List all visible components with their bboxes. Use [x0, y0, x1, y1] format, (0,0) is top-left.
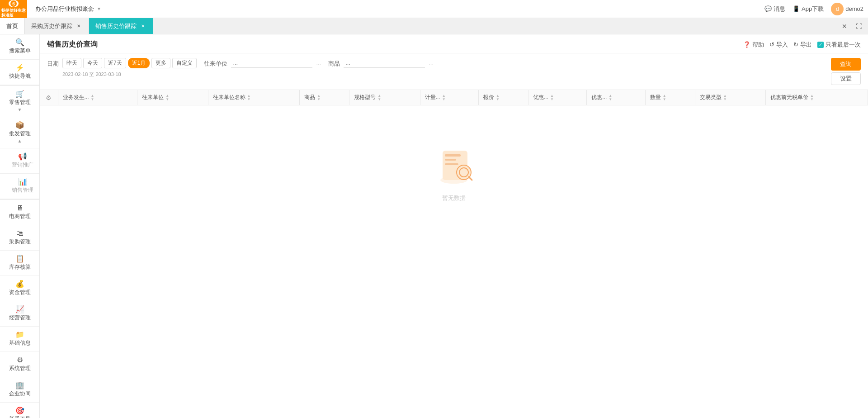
partner-dots: ...	[316, 60, 321, 66]
col-quantity-label: 数量	[650, 94, 661, 101]
sort-arrows-trade-type[interactable]: ▲▼	[723, 94, 727, 101]
wholesale-arrow-icon: ▲	[18, 138, 22, 143]
message-icon: 💬	[764, 5, 772, 12]
tab-home[interactable]: 首页	[0, 18, 25, 34]
only-last-label: 只看最后一次	[826, 41, 861, 49]
col-trade-type: 交易类型 ▲▼	[695, 90, 765, 105]
finance-icon: 💰	[15, 280, 24, 288]
col-unit: 计量... ▲▼	[420, 90, 478, 105]
settings-button[interactable]: 设置	[831, 72, 861, 85]
sidebar-inventory-label: 库存核算	[9, 263, 31, 271]
sort-arrows-partner-name[interactable]: ▲▼	[247, 94, 251, 101]
sidebar-item-ecommerce[interactable]: 🖥 电商管理	[0, 200, 39, 225]
sort-arrows-biz-date[interactable]: ▲▼	[91, 94, 94, 101]
operation-icon: 📈	[15, 306, 24, 313]
topbar: 6 畅捷信好生意标准版 办公用品行业模拟账套 ▼ 💬 消息 📱 App下载 d …	[0, 0, 868, 18]
sort-arrows-goods[interactable]: ▲▼	[317, 94, 321, 101]
page-header-actions: ❓ 帮助 ↺ 导入 ↻ 导出 ✓ 只看最后一次	[743, 41, 861, 49]
avatar: d	[831, 3, 844, 15]
filter-actions: 查询 设置	[831, 58, 861, 85]
company-dropdown[interactable]: 办公用品行业模拟账套 ▼	[32, 3, 105, 15]
logo-icon: 6	[9, 0, 19, 7]
page-title: 销售历史价查询	[47, 40, 98, 49]
sidebar-item-purchase[interactable]: 🛍 采购管理	[0, 225, 39, 251]
sidebar-guide-label: 新手引导	[9, 415, 31, 418]
app-download-btn[interactable]: 📱 App下载	[793, 5, 824, 13]
filter-bar: 日期 昨天 今天 近7天 近1月 更多 自定义 2023-02-18 至 202…	[40, 53, 868, 90]
sort-arrows-pre-tax-price[interactable]: ▲▼	[810, 94, 814, 101]
empty-icon	[431, 142, 476, 187]
sort-arrows-quantity[interactable]: ▲▼	[663, 94, 666, 101]
tab-sales-label: 销售历史价跟踪	[95, 22, 137, 30]
tab-sales-history[interactable]: 销售历史价跟踪 ✕	[89, 18, 153, 34]
col-discount1: 优惠... ▲▼	[528, 90, 586, 105]
close-tab-btn[interactable]: ✕	[839, 21, 850, 32]
date-btn-yesterday[interactable]: 昨天	[62, 58, 81, 68]
export-btn[interactable]: ↻ 导出	[793, 41, 812, 49]
import-btn[interactable]: ↺ 导入	[769, 41, 788, 49]
export-label: 导出	[800, 41, 812, 49]
sort-arrows-unit[interactable]: ▲▼	[442, 94, 446, 101]
empty-text: 暂无数据	[442, 194, 466, 202]
message-btn[interactable]: 💬 消息	[764, 5, 785, 13]
date-btn-custom[interactable]: 自定义	[172, 58, 197, 68]
sidebar-item-guide[interactable]: 🎯 新手引导	[0, 403, 39, 418]
sidebar-item-basic[interactable]: 📁 基础信息	[0, 327, 39, 352]
import-label: 导入	[776, 41, 788, 49]
sidebar-item-finance[interactable]: 💰 资金管理	[0, 276, 39, 301]
only-last-checkbox[interactable]: ✓ 只看最后一次	[817, 41, 861, 49]
sort-arrows-discount1[interactable]: ▲▼	[550, 94, 554, 101]
col-spec-label: 规格型号	[354, 94, 376, 101]
col-goods: 商品 ▲▼	[300, 90, 349, 105]
sidebar-item-search[interactable]: 🔍 搜索菜单	[0, 34, 39, 60]
query-button[interactable]: 查询	[831, 58, 861, 71]
col-biz-date-label: 业务发生...	[63, 94, 89, 101]
table-gear-icon[interactable]: ⚙	[46, 94, 52, 101]
sort-arrows-discount2[interactable]: ▲▼	[609, 94, 612, 101]
sort-arrows-partner-code[interactable]: ▲▼	[165, 94, 169, 101]
date-btn-last1m[interactable]: 近1月	[128, 58, 150, 68]
data-table: ⚙ 业务发生... ▲▼ 往来单位 ▲▼	[40, 90, 868, 105]
sidebar-ecommerce-label: 电商管理	[9, 213, 31, 220]
sidebar-item-operation[interactable]: 📈 经营管理	[0, 301, 39, 327]
sidebar-item-retail[interactable]: 🛒 零售管理 ▼	[0, 86, 39, 117]
svg-rect-5	[445, 159, 456, 161]
goods-input[interactable]	[344, 58, 425, 68]
help-icon: ❓	[743, 41, 750, 48]
date-btn-last7[interactable]: 近7天	[104, 58, 126, 68]
maximize-btn[interactable]: ⛶	[854, 21, 864, 32]
sidebar-search-label: 搜索菜单	[9, 47, 31, 55]
date-btn-more[interactable]: 更多	[151, 58, 170, 68]
topbar-right: 💬 消息 📱 App下载 d demo2	[764, 3, 863, 15]
svg-rect-6	[445, 163, 458, 165]
date-range-text: 2023-02-18 至 2023-03-18	[62, 71, 197, 78]
sidebar-item-inventory[interactable]: 📋 库存核算	[0, 251, 39, 276]
inventory-icon: 📋	[15, 255, 24, 262]
goods-dots: ...	[429, 60, 434, 66]
tab-purchase-history[interactable]: 采购历史价跟踪 ✕	[25, 18, 89, 34]
date-btn-today[interactable]: 今天	[83, 58, 102, 68]
sidebar-item-quick-nav[interactable]: ⚡ 快捷导航	[0, 60, 39, 85]
help-btn[interactable]: ❓ 帮助	[743, 41, 764, 49]
tab-sales-close-icon[interactable]: ✕	[139, 23, 146, 30]
col-unit-label: 计量...	[425, 94, 440, 101]
col-settings: ⚙	[40, 90, 58, 105]
sidebar-item-wholesale[interactable]: 📦 批发管理 ▲	[0, 117, 39, 148]
date-buttons: 昨天 今天 近7天 近1月 更多 自定义	[62, 58, 197, 68]
partner-input[interactable]	[231, 58, 312, 68]
user-profile[interactable]: d demo2	[831, 3, 863, 15]
tab-purchase-close-icon[interactable]: ✕	[75, 23, 82, 30]
goods-label: 商品	[328, 60, 340, 68]
marketing-icon: 📢	[18, 153, 27, 160]
sidebar-wholesale-label: 批发管理	[9, 130, 31, 138]
retail-icon: 🛒	[15, 90, 24, 98]
sidebar-operation-label: 经营管理	[9, 314, 31, 322]
sidebar-item-sales-mgmt[interactable]: 📊 销售管理	[0, 174, 39, 199]
col-quote: 报价 ▲▼	[479, 90, 528, 105]
sort-arrows-spec[interactable]: ▲▼	[377, 94, 381, 101]
sidebar-item-enterprise[interactable]: 🏢 企业协同	[0, 377, 39, 403]
sidebar-item-marketing[interactable]: 📢 营销推广	[0, 148, 39, 174]
logo[interactable]: 6 畅捷信好生意标准版	[0, 0, 27, 18]
sort-arrows-quote[interactable]: ▲▼	[496, 94, 500, 101]
sidebar-item-system[interactable]: ⚙ 系统管理	[0, 352, 39, 377]
